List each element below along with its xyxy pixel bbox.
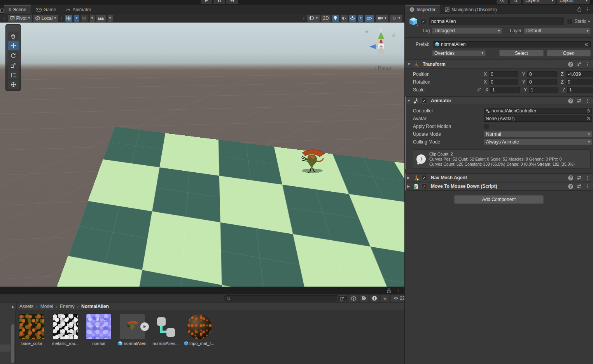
object-picker-icon[interactable]: ⊙: [586, 108, 590, 114]
effects-toggle-button[interactable]: [349, 15, 356, 22]
presets-icon[interactable]: [577, 62, 582, 66]
step-button[interactable]: [226, 0, 238, 4]
rotation-z-field[interactable]: 0: [566, 79, 593, 85]
material-thumbnail[interactable]: [187, 314, 212, 339]
collapse-arrow-icon[interactable]: ▲: [11, 304, 14, 308]
asset-item-tripo-material[interactable]: tripo_mat_f...: [186, 314, 212, 346]
model-thumbnail[interactable]: [120, 314, 145, 339]
inspector-menu-icon[interactable]: ⋮: [585, 7, 590, 12]
foldout-icon[interactable]: ▼: [407, 99, 411, 103]
help-icon[interactable]: ?: [568, 175, 573, 180]
add-component-button[interactable]: Add Component: [454, 195, 544, 204]
scale-y-field[interactable]: 1: [529, 87, 558, 93]
label-filter-button[interactable]: [360, 295, 368, 302]
shading-mode-dropdown[interactable]: ▾: [307, 15, 320, 22]
layout-dropdown[interactable]: Layout ▾: [557, 0, 590, 4]
scale-x-field[interactable]: 1: [490, 87, 520, 93]
rotation-y-field[interactable]: 0: [527, 79, 557, 85]
position-z-field[interactable]: -4.039: [566, 71, 593, 77]
handle-rotation-dropdown[interactable]: Local ▾: [33, 15, 58, 22]
component-menu-icon[interactable]: ⋮: [585, 184, 590, 189]
tree-selected-item[interactable]: [0, 345, 10, 352]
avatar-object-field[interactable]: None (Avatar) ⊙: [484, 116, 592, 122]
preview-play-button[interactable]: [140, 322, 149, 331]
layer-dropdown[interactable]: Default ▾: [524, 28, 591, 34]
controller-thumbnail[interactable]: [153, 314, 178, 339]
constrain-proportions-icon[interactable]: [476, 88, 481, 92]
snap-increment-arrow[interactable]: ▾: [108, 15, 113, 22]
favorites-button[interactable]: ★: [381, 295, 389, 302]
object-picker-icon[interactable]: ⊙: [586, 116, 590, 121]
effects-arrow[interactable]: ▾: [358, 15, 363, 22]
static-checkbox[interactable]: [567, 19, 572, 24]
lighting-toggle-button[interactable]: [332, 15, 339, 22]
object-picker-icon[interactable]: ⊙: [585, 42, 589, 47]
unlock-icon[interactable]: [387, 288, 391, 293]
help-icon[interactable]: ?: [568, 98, 573, 103]
transform-header[interactable]: ▼ Transform ? ⋮: [405, 60, 593, 68]
asset-item-normal[interactable]: normal: [86, 314, 112, 346]
foldout-icon[interactable]: ▼: [407, 62, 411, 66]
tab-game[interactable]: Game: [31, 5, 61, 14]
help-icon[interactable]: ?: [568, 62, 573, 67]
grid-snap-arrow[interactable]: ▾: [90, 15, 95, 22]
asset-item-metallic-roughness[interactable]: metallic_rou...: [52, 314, 78, 346]
presets-icon[interactable]: [577, 175, 582, 180]
foldout-icon[interactable]: ▶: [407, 176, 411, 180]
position-y-field[interactable]: 0: [527, 71, 557, 77]
asset-item-animator-controller[interactable]: normalAlien...: [153, 314, 178, 346]
scene-visibility-button[interactable]: [365, 15, 374, 22]
alien-character[interactable]: [297, 148, 327, 174]
texture-thumbnail[interactable]: [19, 314, 44, 339]
play-button[interactable]: [201, 0, 212, 4]
apply-root-motion-checkbox[interactable]: [484, 124, 489, 129]
tag-dropdown[interactable]: Untagged ▾: [432, 28, 502, 34]
breadcrumb-enemy[interactable]: Enemy: [60, 304, 74, 309]
foldout-icon[interactable]: ▶: [407, 184, 411, 188]
alert-filter-button[interactable]: [370, 295, 379, 302]
search-everywhere-button[interactable]: [510, 0, 521, 4]
active-checkbox[interactable]: ✓: [421, 19, 426, 24]
culling-mode-dropdown[interactable]: Always Animate ▾: [484, 139, 592, 145]
gizmo-front-ball[interactable]: [378, 48, 385, 55]
move-script-enabled-checkbox[interactable]: ✓: [422, 184, 427, 189]
snap-increment-button[interactable]: [96, 15, 106, 22]
component-menu-icon[interactable]: ⋮: [585, 175, 590, 180]
update-mode-dropdown[interactable]: Normal ▾: [484, 131, 592, 137]
component-menu-icon[interactable]: ⋮: [585, 98, 590, 103]
package-visibility-button[interactable]: [349, 295, 358, 302]
gizmos-dropdown[interactable]: ▾: [390, 15, 402, 22]
component-menu-icon[interactable]: ⋮: [585, 61, 590, 67]
scale-tool-button[interactable]: [8, 61, 19, 70]
scale-z-field[interactable]: 1: [567, 87, 593, 93]
breadcrumb-normalalien[interactable]: NormalAlien: [81, 304, 109, 309]
tab-navigation[interactable]: Navigation (Obsolete): [440, 5, 501, 14]
static-flags-arrow-icon[interactable]: ▾: [588, 20, 590, 23]
tab-inspector[interactable]: Inspector: [405, 5, 440, 14]
asset-item-base-color[interactable]: base_color: [19, 314, 45, 346]
gizmo-x-cone[interactable]: [369, 44, 376, 49]
undo-history-button[interactable]: [497, 0, 508, 4]
nav-mesh-agent-header[interactable]: ▶ ✓ Nav Mesh Agent ? ⋮: [405, 173, 593, 182]
prefab-object-field[interactable]: normalAlien ⊙: [433, 41, 591, 47]
project-menu-icon[interactable]: ⋮: [396, 288, 401, 293]
help-icon[interactable]: ?: [568, 184, 573, 189]
tree-scrollbar[interactable]: [11, 324, 14, 363]
position-x-field[interactable]: 0: [489, 71, 518, 77]
asset-item-normalalien-model[interactable]: normalAlien: [119, 314, 145, 346]
breadcrumb-assets[interactable]: Assets: [19, 304, 33, 309]
overlay-drag-handle[interactable]: ————: [9, 26, 17, 30]
move-script-header[interactable]: ▶ ✓ Move To Mouse Down (Script) ? ⋮: [405, 182, 593, 191]
grid-visibility-button[interactable]: y: [65, 15, 72, 22]
controller-object-field[interactable]: normalAlienController ⊙: [484, 108, 592, 114]
hand-tool-button[interactable]: [8, 32, 19, 40]
search-in-button[interactable]: [338, 295, 346, 301]
animator-header[interactable]: ▼ ✓ Animator ? ⋮: [405, 96, 593, 105]
prefab-select-button[interactable]: Select: [499, 50, 544, 56]
project-search-input[interactable]: [224, 295, 347, 301]
gameobject-name-field[interactable]: normalAlien: [429, 18, 564, 25]
overrides-dropdown[interactable]: Overrides ▾: [432, 50, 486, 56]
camera-settings-dropdown[interactable]: ▾: [376, 15, 388, 22]
projection-label[interactable]: ‹ Persp: [374, 65, 391, 71]
tab-scene[interactable]: # Scene: [4, 5, 31, 14]
